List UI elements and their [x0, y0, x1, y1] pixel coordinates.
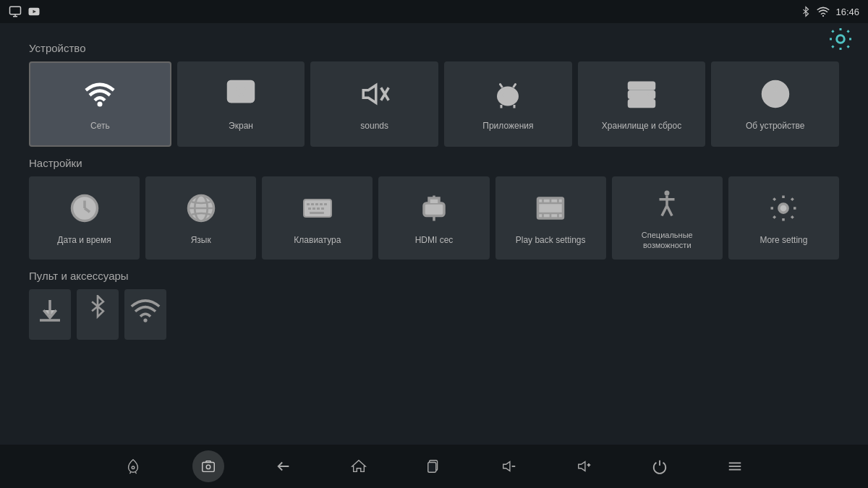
apps-label: Приложения — [482, 121, 533, 132]
clock-time: 16:46 — [835, 7, 859, 17]
storage-icon — [626, 79, 657, 114]
svg-rect-38 — [307, 203, 310, 205]
globe-icon — [186, 193, 216, 228]
vol-up-nav-button[interactable] — [569, 450, 600, 482]
settings-item-more[interactable]: More setting — [728, 176, 839, 260]
accessibility-label: Специальные возможности — [618, 230, 717, 251]
settings-item-remote2[interactable] — [77, 289, 119, 340]
accessibility-icon — [652, 188, 682, 223]
screenshot-nav-button[interactable] — [192, 450, 224, 482]
svg-rect-0 — [10, 7, 21, 14]
svg-point-65 — [779, 203, 788, 212]
svg-rect-75 — [428, 463, 436, 473]
svg-point-30 — [774, 86, 777, 89]
settings-item-keyboard[interactable]: Клавиатура — [262, 176, 373, 260]
device-section-grid: Сеть Экран sounds — [29, 61, 839, 147]
svg-line-63 — [662, 206, 667, 216]
settings-item-language[interactable]: Язык — [145, 176, 256, 260]
settings-item-playback[interactable]: Play back settings — [495, 176, 606, 260]
svg-line-64 — [667, 206, 672, 216]
svg-rect-48 — [424, 203, 444, 216]
svg-rect-71 — [203, 463, 215, 472]
wifi-signal-icon — [817, 6, 830, 17]
info-icon — [760, 79, 791, 114]
svg-point-6 — [837, 35, 845, 43]
clock-icon — [69, 193, 100, 228]
status-right-icons: 16:46 — [801, 5, 859, 18]
wifi2-icon — [130, 295, 161, 329]
tv-icon — [9, 5, 22, 18]
svg-rect-43 — [308, 207, 311, 210]
svg-point-19 — [514, 83, 516, 85]
settings-item-network[interactable]: Сеть — [29, 61, 171, 147]
youtube-icon — [27, 5, 41, 18]
svg-point-13 — [498, 87, 518, 105]
svg-point-5 — [822, 15, 824, 17]
vol-down-nav-button[interactable] — [493, 450, 525, 482]
settings-item-datetime[interactable]: Дата и время — [29, 176, 140, 260]
svg-point-14 — [503, 93, 506, 97]
svg-point-27 — [648, 103, 651, 106]
svg-point-9 — [237, 87, 245, 95]
settings-item-sounds[interactable]: sounds — [310, 61, 438, 147]
wifi-icon — [85, 79, 115, 114]
about-label: Об устройстве — [746, 121, 804, 132]
settings-item-accessibility[interactable]: Специальные возможности — [612, 176, 723, 260]
more-label: More setting — [760, 235, 807, 247]
hdmi-icon — [419, 193, 449, 228]
settings-item-storage[interactable]: Хранилище и сброс — [578, 61, 706, 147]
android-icon — [493, 79, 523, 114]
settings-item-remote3[interactable] — [124, 289, 166, 340]
back-nav-button[interactable] — [268, 450, 299, 482]
settings-item-hdmi[interactable]: HDMI cec — [378, 176, 489, 260]
svg-point-18 — [499, 83, 501, 85]
section-title-settings: Настройки — [29, 157, 839, 169]
navigation-bar — [0, 445, 868, 488]
sounds-label: sounds — [360, 121, 388, 132]
gear-icon — [768, 193, 799, 228]
bluetooth-icon — [801, 5, 811, 18]
section-title-device: Устройство — [29, 42, 839, 54]
svg-rect-40 — [315, 203, 318, 205]
settings-section-grid: Дата и время Язык — [29, 176, 839, 260]
recent-nav-button[interactable] — [418, 450, 450, 482]
svg-point-72 — [206, 465, 210, 469]
svg-rect-44 — [312, 207, 315, 210]
status-bar: 16:46 — [0, 0, 868, 23]
svg-rect-47 — [310, 212, 324, 214]
svg-point-26 — [648, 93, 651, 96]
bluetooth2-icon — [82, 295, 113, 329]
display-label: Экран — [229, 121, 253, 132]
settings-item-about[interactable]: Об устройстве — [711, 61, 839, 147]
svg-marker-10 — [363, 85, 376, 103]
display-icon — [226, 79, 256, 114]
svg-line-70 — [135, 471, 137, 474]
svg-point-68 — [132, 466, 135, 469]
playback-label: Play back settings — [516, 235, 586, 247]
svg-point-67 — [143, 318, 147, 322]
home-nav-button[interactable] — [343, 450, 375, 482]
hdmi-label: HDMI cec — [415, 235, 454, 247]
svg-marker-78 — [579, 462, 585, 471]
power-nav-button[interactable] — [644, 450, 676, 482]
language-label: Язык — [191, 235, 211, 247]
svg-point-25 — [648, 85, 651, 87]
svg-rect-46 — [321, 207, 324, 210]
settings-item-remote1[interactable] — [29, 289, 71, 340]
storage-label: Хранилище и сброс — [602, 121, 681, 132]
settings-gear-icon[interactable] — [827, 26, 854, 58]
mute-icon — [359, 79, 390, 114]
settings-item-apps[interactable]: Приложения — [444, 61, 572, 147]
svg-rect-42 — [324, 203, 327, 205]
remote-section-grid — [29, 289, 839, 340]
svg-rect-39 — [311, 203, 314, 205]
network-label: Сеть — [90, 121, 110, 132]
main-content: Устройство Сеть Э — [0, 23, 868, 445]
menu-nav-button[interactable] — [719, 450, 751, 482]
settings-item-display[interactable]: Экран — [177, 61, 305, 147]
svg-marker-73 — [352, 461, 365, 472]
datetime-label: Дата и время — [57, 235, 111, 247]
status-left-icons — [9, 5, 41, 18]
rocket-nav-button[interactable] — [117, 450, 149, 482]
film-icon — [535, 193, 566, 228]
